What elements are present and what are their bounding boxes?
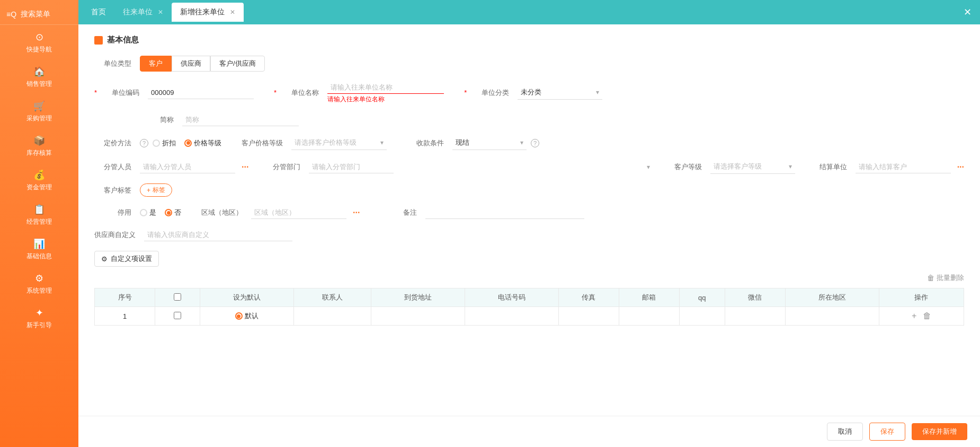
department-input[interactable] <box>309 161 394 173</box>
add-tag-button[interactable]: + 标签 <box>140 183 172 197</box>
region-input[interactable] <box>251 206 346 219</box>
sidebar-search[interactable]: ≡Q 搜索菜单 <box>0 4 78 25</box>
level-radio-dot <box>186 141 190 145</box>
supplier-custom-label: 供应商自定义 <box>94 230 136 240</box>
unit-code-input[interactable] <box>148 86 254 99</box>
unit-btn-customer[interactable]: 客户 <box>140 56 172 72</box>
sidebar-item-label: 快捷导航 <box>26 45 52 54</box>
unit-category-select[interactable]: 未分类 ▾ <box>518 85 602 100</box>
row-checkbox[interactable] <box>174 312 181 319</box>
unit-code-required: * <box>94 89 97 97</box>
sidebar-item-guide[interactable]: ✦ 新手引导 <box>0 301 78 335</box>
chevron-down-icon: ▾ <box>596 89 599 96</box>
sidebar-item-label: 新手引导 <box>26 321 52 330</box>
no-radio-dot <box>167 211 171 215</box>
unit-btn-supplier[interactable]: 供应商 <box>172 56 210 72</box>
sidebar-item-purchase[interactable]: 🛒 采购管理 <box>0 94 78 128</box>
tab-home[interactable]: 首页 <box>83 7 114 17</box>
customer-tag-label: 客户标签 <box>94 186 131 195</box>
add-row-button[interactable]: + <box>910 311 919 321</box>
sidebar-item-label: 基础信息 <box>26 252 52 261</box>
cell-address <box>371 307 465 326</box>
table-header-row: 序号 设为默认 联系人 到货地址 电话号码 传真 邮箱 qq 微信 所在地区 操… <box>95 288 964 307</box>
sidebar-item-label: 资金管理 <box>26 183 52 192</box>
batch-delete-button[interactable]: 🗑 批量删除 <box>927 273 964 283</box>
pricing-radio-discount[interactable]: 折扣 <box>153 138 176 148</box>
tabbar-window-close[interactable]: ✕ <box>959 6 976 18</box>
system-icon: ⚙ <box>33 273 45 284</box>
save-new-button[interactable]: 保存并新增 <box>912 423 967 440</box>
delete-row-button[interactable]: 🗑 <box>921 311 933 321</box>
pricing-radio-level[interactable]: 价格等级 <box>184 138 221 148</box>
department-chevron[interactable]: ▾ <box>647 163 650 171</box>
unit-name-input[interactable] <box>327 81 444 94</box>
unit-btn-both[interactable]: 客户/供应商 <box>210 56 265 72</box>
cell-checkbox <box>155 307 200 326</box>
sidebar-item-system[interactable]: ⚙ 系统管理 <box>0 266 78 301</box>
payment-help-icon[interactable]: ? <box>531 139 539 147</box>
sidebar-item-label: 系统管理 <box>26 286 52 295</box>
tab-new-partner[interactable]: 新增往来单位 ✕ <box>172 3 244 22</box>
pricing-help-icon[interactable]: ? <box>140 139 148 147</box>
sidebar-item-label: 销售管理 <box>26 80 52 89</box>
disable-radio-yes[interactable]: 是 <box>140 208 156 217</box>
contact-table: 序号 设为默认 联系人 到货地址 电话号码 传真 邮箱 qq 微信 所在地区 操… <box>94 288 964 326</box>
sidebar-item-inventory[interactable]: 📦 库存核算 <box>0 128 78 163</box>
sidebar-item-quick-nav[interactable]: ⊙ 快捷导航 <box>0 25 78 59</box>
manager-row: 分管人员 ··· 分管部门 ▾ 客户等级 请选择客户等级 ▾ 结算单位 ··· <box>94 160 964 174</box>
sales-icon: 🏠 <box>33 66 45 77</box>
save-button[interactable]: 保存 <box>869 423 905 441</box>
customer-level-select[interactable]: 请选择客户等级 ▾ <box>710 160 795 174</box>
settlement-more-btn[interactable]: ··· <box>957 162 964 172</box>
payment-condition-value: 现结 <box>456 138 469 147</box>
sidebar-item-basic[interactable]: 📊 基础信息 <box>0 232 78 266</box>
col-fax: 传真 <box>558 288 619 307</box>
tab-partners-close[interactable]: ✕ <box>158 8 163 16</box>
disable-radio-no[interactable]: 否 <box>165 208 181 217</box>
sidebar-item-label: 库存核算 <box>26 148 52 157</box>
chevron-down-icon: ▾ <box>789 163 792 170</box>
sidebar-item-finance[interactable]: 💰 资金管理 <box>0 163 78 197</box>
batch-delete-section: 🗑 批量删除 <box>94 273 964 286</box>
basic-icon: 📊 <box>33 238 45 250</box>
tab-partners[interactable]: 往来单位 ✕ <box>114 3 172 22</box>
settlement-label: 结算单位 <box>810 162 847 172</box>
disable-region-row: 停用 是 否 区域（地区） ··· 备注 <box>94 206 964 219</box>
gear-icon: ⚙ <box>101 255 108 263</box>
tab-new-partner-close[interactable]: ✕ <box>230 8 235 16</box>
settlement-input[interactable] <box>856 161 951 173</box>
col-region: 所在地区 <box>785 288 879 307</box>
custom-setting-button[interactable]: ⚙ 自定义项设置 <box>94 251 159 267</box>
cell-seq: 1 <box>95 307 155 326</box>
cell-phone <box>465 307 558 326</box>
customer-price-select[interactable]: 请选择客户价格等级 ▾ <box>291 136 387 150</box>
region-more-btn[interactable]: ··· <box>353 208 360 217</box>
manager-more-btn[interactable]: ··· <box>242 162 248 172</box>
col-checkbox <box>155 288 200 307</box>
section-icon <box>94 36 103 45</box>
unit-type-row: 单位类型 客户 供应商 客户/供应商 <box>94 56 964 72</box>
unit-category-required: * <box>464 89 467 97</box>
chevron-down-icon: ▾ <box>520 139 523 146</box>
disable-radio-group: 是 否 <box>140 208 181 217</box>
sidebar-item-operation[interactable]: 📋 经营管理 <box>0 197 78 232</box>
note-input[interactable] <box>425 206 584 219</box>
payment-condition-label: 收款条件 <box>407 138 444 148</box>
col-default: 设为默认 <box>200 288 293 307</box>
chevron-down-icon: ▾ <box>380 139 384 146</box>
select-all-checkbox[interactable] <box>174 293 181 301</box>
sidebar-item-sales[interactable]: 🏠 销售管理 <box>0 59 78 94</box>
payment-condition-select[interactable]: 现结 ▾ <box>452 136 527 150</box>
col-contact: 联系人 <box>294 288 371 307</box>
short-name-input[interactable] <box>182 113 299 126</box>
operation-icon: 📋 <box>33 204 45 215</box>
cancel-button[interactable]: 取消 <box>827 423 863 441</box>
default-radio[interactable]: 默认 <box>206 311 288 321</box>
sidebar-item-label: 采购管理 <box>26 114 52 123</box>
supplier-custom-input[interactable] <box>144 229 292 241</box>
cell-wechat <box>725 307 785 326</box>
tag-add-label: 标签 <box>153 186 165 195</box>
col-qq: qq <box>679 288 725 307</box>
manager-input[interactable] <box>140 161 235 173</box>
short-name-label: 简称 <box>137 115 174 125</box>
